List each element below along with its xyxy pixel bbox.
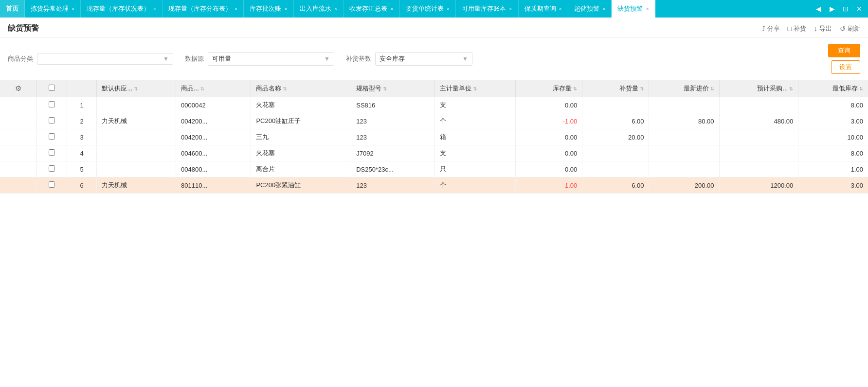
nav-tab-9[interactable]: 保质期查询 ×: [519, 0, 568, 18]
nav-prev-button[interactable]: ◀: [812, 2, 825, 16]
row-checkbox-3[interactable]: [49, 149, 55, 156]
td-supplier-4: [97, 161, 176, 177]
nav-tab-10-close[interactable]: ×: [602, 6, 605, 12]
th-stock-label: 库存量: [553, 84, 572, 93]
share-label: 分享: [767, 24, 780, 33]
nav-tab-7-close[interactable]: ×: [447, 6, 450, 12]
row-checkbox-2[interactable]: [49, 133, 55, 140]
query-button[interactable]: 查询: [828, 44, 860, 57]
page-content: 缺货预警 ⤴ 分享 □ 补货 ↓ 导出 ↺ 刷新 商品分类: [0, 18, 868, 387]
td-price-1: 80.00: [649, 113, 719, 129]
nav-tab-7[interactable]: 要货单统计表 ×: [400, 0, 456, 18]
td-min-stock-1: 3.00: [798, 113, 868, 129]
min-stock-sort-icon[interactable]: ⇅: [859, 86, 863, 91]
nav-tab-5-close[interactable]: ×: [334, 6, 337, 12]
name-sort-icon[interactable]: ⇅: [283, 86, 287, 91]
td-spec-3: J7092: [351, 145, 435, 161]
td-check-4[interactable]: [36, 161, 67, 177]
td-replenish-2: 20.00: [582, 129, 649, 145]
datasource-select[interactable]: 可用量 ▼: [208, 52, 334, 66]
replenish-action[interactable]: □ 补货: [788, 24, 806, 33]
table-row: 2 力天机械 004200... PC200油缸庄子 123 个 -1.00 6…: [0, 113, 868, 129]
td-seq-0: 1: [67, 97, 97, 113]
nav-tab-8-close[interactable]: ×: [509, 6, 512, 12]
th-unit: 主计量单位⇅: [434, 80, 515, 97]
nav-tab-6[interactable]: 收发存汇总表 ×: [344, 0, 399, 18]
supplier-sort-icon[interactable]: ⇅: [134, 86, 138, 91]
nav-tab-1-close[interactable]: ×: [72, 6, 74, 12]
settings-gear-icon[interactable]: ⚙: [15, 84, 21, 92]
nav-tab-2-close[interactable]: ×: [153, 6, 156, 12]
nav-tab-2[interactable]: 现存量（库存状况表） ×: [81, 0, 162, 18]
table-container: ⚙ 默认供应...⇅ 商品...⇅ 商品名称⇅: [0, 80, 868, 194]
filter-bar: 商品分类 ▼ 数据源 可用量 ▼ 补货基数 安全库存 ▼ 查询 设置: [0, 38, 868, 80]
replenish-select-value: 安全库存: [380, 54, 405, 63]
td-spec-5: 123: [351, 177, 435, 194]
nav-tab-3-close[interactable]: ×: [235, 6, 237, 12]
purchase-sort-icon[interactable]: ⇅: [789, 86, 793, 91]
nav-tab-home[interactable]: 首页: [0, 0, 25, 18]
td-replenish-0: [582, 97, 649, 113]
row-checkbox-4[interactable]: [49, 165, 55, 172]
replenish-select[interactable]: 安全库存 ▼: [375, 52, 472, 66]
nav-tab-4[interactable]: 库存批次账 ×: [244, 0, 293, 18]
nav-tab-11-label: 缺货预警: [617, 4, 643, 13]
table-row: 3 004200... 三九 123 箱 0.00 20.00 10.00: [0, 129, 868, 145]
nav-tab-4-close[interactable]: ×: [284, 6, 287, 12]
td-unit-4: 只: [434, 161, 515, 177]
unit-sort-icon[interactable]: ⇅: [473, 86, 477, 91]
td-unit-3: 支: [434, 145, 515, 161]
td-spec-1: 123: [351, 113, 435, 129]
category-select[interactable]: ▼: [37, 53, 173, 65]
nav-tab-8-label: 可用量库存账本: [462, 4, 506, 13]
share-icon: ⤴: [762, 25, 765, 33]
th-code-label: 商品...: [181, 84, 199, 93]
th-spec-label: 规格型号: [356, 84, 381, 93]
th-settings[interactable]: ⚙: [0, 80, 36, 97]
replenish-filter-group: 补货基数 安全库存 ▼: [346, 52, 472, 66]
td-replenish-5: 6.00: [582, 177, 649, 194]
export-action[interactable]: ↓ 导出: [814, 24, 832, 33]
datasource-select-arrow: ▼: [324, 55, 330, 62]
nav-restore-button[interactable]: ⊡: [839, 2, 852, 16]
td-check-1[interactable]: [36, 113, 67, 129]
price-sort-icon[interactable]: ⇅: [710, 86, 714, 91]
nav-close-all-button[interactable]: ✕: [852, 2, 866, 16]
nav-tab-3-label: 现存量（库存分布表）: [168, 4, 232, 13]
td-name-1: PC200油缸庄子: [251, 113, 351, 129]
th-check[interactable]: [36, 80, 67, 97]
nav-tab-8[interactable]: 可用量库存账本 ×: [456, 0, 518, 18]
td-code-0: 0000042: [176, 97, 251, 113]
settings-button[interactable]: 设置: [831, 60, 860, 74]
code-sort-icon[interactable]: ⇅: [200, 86, 204, 91]
share-action[interactable]: ⤴ 分享: [762, 24, 780, 33]
nav-controls: ◀ ▶ ⊡ ✕: [812, 2, 868, 16]
row-checkbox-1[interactable]: [49, 117, 55, 123]
row-checkbox-5[interactable]: [49, 181, 55, 188]
nav-next-button[interactable]: ▶: [825, 2, 839, 16]
td-check-2[interactable]: [36, 129, 67, 145]
td-check-5[interactable]: [36, 177, 67, 194]
row-checkbox-0[interactable]: [49, 101, 55, 107]
nav-tab-10[interactable]: 超储预警 ×: [568, 0, 612, 18]
select-all-checkbox[interactable]: [49, 85, 55, 91]
td-purchase-4: [719, 161, 798, 177]
td-check-3[interactable]: [36, 145, 67, 161]
td-check-0[interactable]: [36, 97, 67, 113]
nav-tab-11[interactable]: 缺货预警 ×: [612, 0, 655, 18]
nav-tab-9-close[interactable]: ×: [559, 6, 562, 12]
th-replenish-label: 补货量: [619, 84, 638, 93]
table-header-row: ⚙ 默认供应...⇅ 商品...⇅ 商品名称⇅: [0, 80, 868, 97]
nav-tab-6-close[interactable]: ×: [390, 6, 393, 12]
td-purchase-0: [719, 97, 798, 113]
replenish-sort-icon[interactable]: ⇅: [640, 86, 644, 91]
nav-tab-3[interactable]: 现存量（库存分布表） ×: [163, 0, 244, 18]
stock-sort-icon[interactable]: ⇅: [573, 86, 577, 91]
nav-tab-1[interactable]: 拣货异常处理 ×: [25, 0, 81, 18]
refresh-action[interactable]: ↺ 刷新: [840, 24, 860, 33]
spec-sort-icon[interactable]: ⇅: [383, 86, 387, 91]
td-supplier-3: [97, 145, 176, 161]
nav-tab-11-close[interactable]: ×: [646, 6, 649, 12]
nav-tab-5[interactable]: 出入库流水 ×: [294, 0, 344, 18]
td-price-5: 200.00: [649, 177, 719, 194]
